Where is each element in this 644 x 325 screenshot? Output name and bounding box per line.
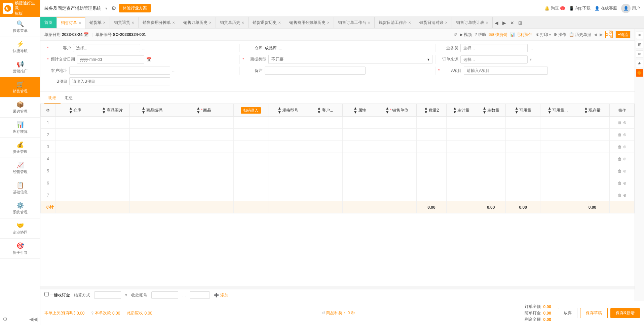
sidebar-item-9[interactable]: ⚙️系统管理 — [0, 198, 40, 218]
settlement-method-input[interactable] — [94, 291, 121, 299]
input-main_unit[interactable] — [448, 145, 475, 149]
cell-image[interactable] — [95, 153, 129, 165]
input-spec[interactable] — [270, 120, 306, 125]
history-btn[interactable]: 📋历史单据 — [569, 32, 591, 38]
input-image[interactable] — [97, 193, 128, 198]
input-product[interactable] — [176, 132, 232, 137]
tab-close-11[interactable]: ✕ — [486, 21, 488, 25]
input-main_unit[interactable] — [448, 132, 475, 137]
settings-panel-btn[interactable]: ⚙ 设置 — [605, 31, 613, 38]
cell-warehouse[interactable] — [55, 129, 95, 141]
order-source-input[interactable] — [460, 55, 528, 64]
input-warehouse[interactable] — [57, 132, 93, 137]
input-warehouse[interactable] — [57, 181, 93, 186]
sidebar-collapse-icon[interactable]: ◀◀ — [29, 316, 37, 322]
remark-input[interactable] — [265, 67, 366, 75]
input-scan[interactable] — [235, 181, 267, 186]
sidebar-item-5[interactable]: 📊库存核算 — [0, 118, 40, 138]
input-unit[interactable] — [379, 193, 415, 198]
input-qty2[interactable] — [418, 120, 445, 125]
input-warehouse[interactable] — [57, 120, 93, 125]
input-main_qty[interactable] — [478, 145, 504, 149]
tab-1[interactable]: 销货单✕ — [85, 17, 110, 28]
cell-avail2[interactable] — [540, 129, 575, 141]
input-product[interactable] — [176, 169, 232, 173]
cell-warehouse[interactable] — [55, 117, 95, 129]
sidebar-item-8[interactable]: 📋基础信息 — [0, 178, 40, 198]
cell-avail2[interactable] — [540, 141, 575, 153]
tab-close-6[interactable]: ✕ — [278, 21, 281, 25]
cell-avail[interactable] — [506, 165, 540, 177]
tab-9[interactable]: 钱货日清工作台✕ — [375, 17, 415, 28]
input-current[interactable] — [576, 157, 608, 161]
cell-scan[interactable] — [233, 177, 268, 189]
industry-btn[interactable]: 体验行业方案 — [119, 4, 151, 12]
input-spec[interactable] — [270, 157, 306, 161]
cell-scan[interactable] — [233, 153, 268, 165]
cell-qty2[interactable] — [417, 165, 446, 177]
cell-scan[interactable] — [233, 165, 268, 177]
input-main_unit[interactable] — [448, 181, 475, 186]
input-customer_code[interactable] — [309, 145, 341, 149]
input-qty2[interactable] — [418, 169, 445, 173]
gear-th-icon[interactable]: ⚙ — [46, 108, 50, 113]
input-warehouse[interactable] — [57, 169, 93, 173]
sidebar-item-1[interactable]: ⚡快捷导航 — [0, 37, 40, 57]
delete-row-icon[interactable]: 🗑 — [618, 169, 622, 173]
input-attr[interactable] — [344, 120, 376, 125]
save-draft-btn[interactable]: 保存草稿 — [580, 308, 608, 318]
online-service-btn[interactable]: 👤 在线客服 — [595, 5, 617, 11]
input-warehouse[interactable] — [57, 193, 93, 198]
tab-close-8[interactable]: ✕ — [368, 21, 370, 25]
tab-8[interactable]: 销售订单工作台✕ — [334, 17, 375, 28]
cell-unit[interactable] — [377, 129, 417, 141]
cell-customer_code[interactable] — [308, 117, 342, 129]
view-video-btn[interactable]: ▶视频 — [460, 32, 472, 38]
cell-spec[interactable] — [268, 177, 308, 189]
input-current[interactable] — [576, 169, 608, 173]
copy-row-icon[interactable]: ⊕ — [623, 169, 627, 173]
delete-row-icon[interactable]: 🗑 — [618, 193, 622, 198]
input-avail2[interactable] — [542, 181, 573, 186]
discard-btn[interactable]: 放弃 — [558, 308, 577, 318]
calendar-icon[interactable]: 📅 — [84, 32, 89, 37]
account-more-btn[interactable]: ... — [182, 293, 186, 297]
cell-unit[interactable] — [377, 117, 417, 129]
cell-warehouse[interactable] — [55, 189, 95, 201]
shortcut-btn[interactable]: ⌨快捷键 — [489, 32, 507, 38]
tab-more-icon[interactable]: ✕ — [508, 19, 516, 27]
cell-customer_code[interactable] — [308, 189, 342, 201]
cell-main_qty[interactable] — [476, 189, 505, 201]
input-avail[interactable] — [507, 120, 539, 125]
one-click-checkbox[interactable] — [44, 292, 49, 296]
input-scan[interactable] — [235, 120, 267, 125]
cell-spec[interactable] — [268, 117, 308, 129]
input-main_qty[interactable] — [478, 193, 504, 198]
input-spec[interactable] — [270, 181, 306, 186]
cell-avail2[interactable] — [540, 153, 575, 165]
tab-close-5[interactable]: ✕ — [241, 21, 244, 25]
input-customer_code[interactable] — [309, 132, 341, 137]
copy-row-icon[interactable]: ⊕ — [623, 145, 627, 149]
input-avail[interactable] — [507, 145, 539, 149]
cell-main_qty[interactable] — [476, 153, 505, 165]
input-main_qty[interactable] — [478, 120, 504, 125]
cell-code[interactable] — [129, 129, 174, 141]
cell-qty2[interactable] — [417, 117, 446, 129]
tab-close-2[interactable]: ✕ — [131, 21, 134, 25]
input-product[interactable] — [176, 157, 232, 161]
input-attr[interactable] — [344, 145, 376, 149]
cell-attr[interactable] — [342, 117, 377, 129]
cell-warehouse[interactable] — [55, 141, 95, 153]
cell-avail2[interactable] — [540, 177, 575, 189]
cell-product[interactable] — [174, 117, 234, 129]
cell-image[interactable] — [95, 189, 129, 201]
cell-product[interactable] — [174, 165, 234, 177]
warehouse-more-btn[interactable]: ... — [279, 46, 282, 50]
cell-product[interactable] — [174, 153, 234, 165]
header-gear-icon[interactable]: ⚙ — [111, 5, 116, 11]
input-attr[interactable] — [344, 157, 376, 161]
tab-close-7[interactable]: ✕ — [327, 21, 330, 25]
tab-0[interactable]: 销售订单✕ — [57, 17, 85, 29]
invoice-select[interactable]: 不开票 ▾ — [268, 55, 432, 64]
